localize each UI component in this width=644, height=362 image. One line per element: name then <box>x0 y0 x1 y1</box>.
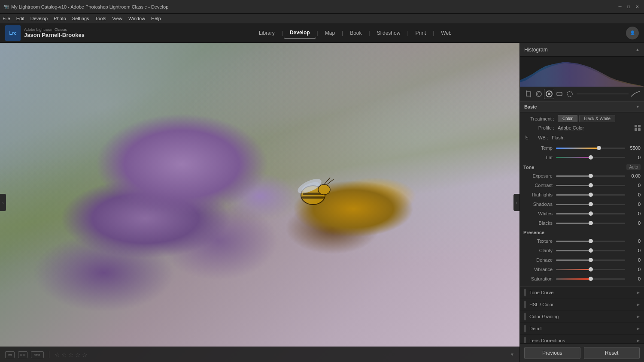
whites-slider[interactable] <box>556 213 625 214</box>
menu-settings[interactable]: Settings <box>72 16 89 21</box>
highlights-value[interactable]: 0 <box>625 192 641 197</box>
blacks-value[interactable]: 0 <box>625 220 641 226</box>
previous-button[interactable]: Previous <box>524 347 580 359</box>
nav-library[interactable]: Library <box>253 28 281 38</box>
color-grading-title: Color Grading <box>529 314 559 319</box>
profile-value[interactable]: Adobe Color <box>558 125 584 130</box>
texture-value[interactable]: 0 <box>625 238 641 244</box>
contrast-value[interactable]: 0 <box>625 183 641 188</box>
menu-develop[interactable]: Develop <box>30 16 48 21</box>
bw-button[interactable]: Black & White <box>579 115 615 122</box>
minimize-button[interactable]: ─ <box>617 3 623 10</box>
vibrance-value[interactable]: 0 <box>625 267 641 272</box>
texture-slider[interactable] <box>556 241 625 242</box>
wb-row: 🖱 WB : Flash : <box>523 133 641 142</box>
survey-view-button[interactable]: ▭▭ <box>31 351 44 358</box>
detail-chevron: ▶ <box>637 326 640 331</box>
dehaze-slider[interactable] <box>556 259 625 261</box>
right-panel: Histogram ▲ <box>519 43 644 362</box>
histogram-collapse-icon[interactable]: ▲ <box>635 47 640 52</box>
radial-tool-icon[interactable] <box>565 89 575 99</box>
vibrance-slider[interactable] <box>556 269 625 270</box>
eyedropper-tool[interactable]: 🖱 <box>523 133 530 142</box>
detail-section[interactable]: Detail ▶ <box>520 323 644 335</box>
detail-title: Detail <box>529 326 541 331</box>
compare-view-button[interactable]: ▭▭ <box>18 351 27 358</box>
exposure-slider[interactable] <box>556 175 625 177</box>
whites-slider-row: Whites 0 <box>523 209 641 218</box>
shadows-value[interactable]: 0 <box>625 202 641 207</box>
nav-web[interactable]: Web <box>435 28 457 38</box>
clarity-value[interactable]: 0 <box>625 248 641 253</box>
left-panel-arrow[interactable]: ‹ <box>0 194 6 211</box>
nav-map[interactable]: Map <box>319 28 341 38</box>
dehaze-value[interactable]: 0 <box>625 257 641 262</box>
profile-grid-icon[interactable] <box>635 125 641 131</box>
tone-curve-icon[interactable] <box>630 89 641 99</box>
title-label: My Lightroom Catalog-v10 - Adobe Photosh… <box>11 4 168 9</box>
nav-print[interactable]: Print <box>410 28 432 38</box>
tone-curve-section[interactable]: Tone Curve ▶ <box>520 287 644 299</box>
close-button[interactable]: ✕ <box>634 3 641 10</box>
svg-point-14 <box>538 93 540 95</box>
tone-label: Tone <box>523 165 534 170</box>
menu-file[interactable]: File <box>3 16 10 21</box>
reset-button[interactable]: Reset <box>584 347 640 359</box>
hsl-color-section[interactable]: HSL / Color ▶ <box>520 299 644 311</box>
texture-label: Texture <box>523 238 556 244</box>
tool-icons-row <box>520 87 644 101</box>
nav-book[interactable]: Book <box>344 28 368 38</box>
menu-help[interactable]: Help <box>151 16 161 21</box>
lens-corrections-section[interactable]: Lens Corrections ▶ <box>520 335 644 343</box>
bee-overlay <box>270 154 356 232</box>
blacks-slider[interactable] <box>556 223 625 224</box>
menu-photo[interactable]: Photo <box>54 16 66 21</box>
profile-row: Profile : Adobe Color <box>523 125 641 131</box>
color-button[interactable]: Color <box>558 115 577 122</box>
svg-rect-3 <box>302 196 324 199</box>
grid-view-button[interactable]: ▭ <box>5 351 15 358</box>
saturation-value[interactable]: 0 <box>625 276 641 281</box>
bottom-toolbar: ▭ ▭▭ ▭▭ ☆☆☆☆☆ ▼ <box>0 347 519 362</box>
temp-slider[interactable] <box>556 148 625 149</box>
contrast-label: Contrast <box>523 183 556 188</box>
saturation-slider[interactable] <box>556 278 625 280</box>
right-icons: 👤 <box>626 27 639 39</box>
nav-slideshow[interactable]: Slideshow <box>371 28 407 38</box>
tint-value[interactable]: 0 <box>625 155 641 160</box>
auto-button[interactable]: Auto <box>626 164 641 170</box>
panels-scroll[interactable]: Basic ▼ Treatment : Color Black & White … <box>520 101 644 343</box>
svg-rect-10 <box>526 92 531 96</box>
highlights-slider[interactable] <box>556 194 625 196</box>
clarity-slider[interactable] <box>556 250 625 251</box>
presence-section-label: Presence <box>523 230 641 235</box>
user-name: Jason Parnell-Brookes <box>24 32 85 38</box>
red-eye-tool-icon[interactable] <box>554 89 565 99</box>
temp-value[interactable]: 5500 <box>625 145 641 151</box>
crop-tool-icon[interactable] <box>523 89 534 99</box>
contrast-slider-row: Contrast 0 <box>523 181 641 190</box>
nav-develop[interactable]: Develop <box>284 27 316 39</box>
whites-value[interactable]: 0 <box>625 211 641 216</box>
healing-tool-icon[interactable] <box>534 89 544 99</box>
title-text: 📷 My Lightroom Catalog-v10 - Adobe Photo… <box>3 4 168 9</box>
menu-view[interactable]: View <box>112 16 122 21</box>
menu-window[interactable]: Window <box>128 16 145 21</box>
treatment-row: Treatment : Color Black & White <box>523 115 641 122</box>
basic-panel-header[interactable]: Basic ▼ <box>520 101 644 112</box>
app-logo: Lrc <box>5 25 21 41</box>
dehaze-slider-row: Dehaze 0 <box>523 256 641 264</box>
masking-tool-icon[interactable] <box>544 89 554 99</box>
menu-edit[interactable]: Edit <box>16 16 24 21</box>
menu-tools[interactable]: Tools <box>95 16 106 21</box>
shadows-slider[interactable] <box>556 204 625 205</box>
right-panel-arrow[interactable]: › <box>513 194 519 211</box>
tint-label: Tint <box>523 155 556 160</box>
wb-value[interactable]: Flash <box>552 135 563 140</box>
contrast-slider[interactable] <box>556 185 625 186</box>
tint-slider[interactable] <box>556 157 625 158</box>
color-grading-section[interactable]: Color Grading ▶ <box>520 311 644 323</box>
maximize-button[interactable]: □ <box>625 3 632 10</box>
exposure-value[interactable]: 0.00 <box>625 173 641 178</box>
star-rating[interactable]: ☆☆☆☆☆ <box>55 351 88 358</box>
